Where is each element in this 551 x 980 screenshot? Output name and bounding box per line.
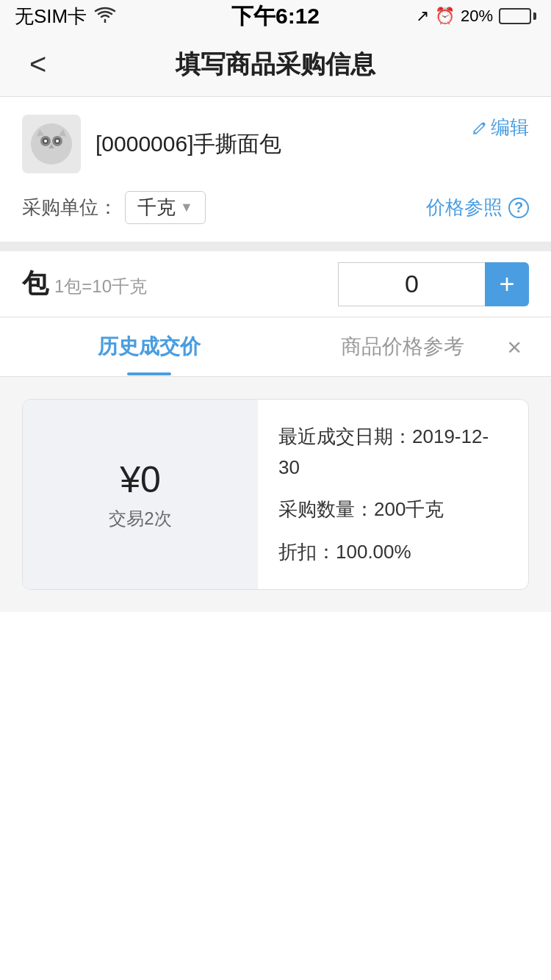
price-reference-button[interactable]: 价格参照 ? (426, 195, 529, 220)
status-bar: 无SIM卡 下午6:12 ↗ ⏰ 20% (0, 0, 551, 32)
alarm-icon: ⏰ (435, 7, 455, 26)
status-left: 无SIM卡 (15, 4, 116, 29)
price-ref-help-icon: ? (508, 198, 529, 218)
unit-value: 千克 (137, 195, 176, 220)
status-right: ↗ ⏰ 20% (416, 7, 536, 26)
history-price: ¥0 (120, 458, 161, 501)
edit-button[interactable]: 编辑 (472, 115, 529, 140)
wifi-icon (94, 5, 116, 28)
product-section: [0000006]手撕面包 编辑 采购单位： 千克 ▼ 价格参照 ? (0, 97, 551, 242)
section-divider (0, 242, 551, 251)
tab-close-button[interactable]: × (500, 325, 529, 369)
purchase-qty-value: 200千克 (374, 498, 444, 520)
tab-product-price[interactable]: 商品价格参考 (276, 318, 529, 375)
recent-date-label: 最近成交日期： (278, 425, 412, 447)
recent-date-row: 最近成交日期：2019-12-30 (278, 422, 508, 483)
product-left: [0000006]手撕面包 (22, 115, 281, 173)
discount-row: 折扣：100.00% (278, 537, 508, 568)
main-content-area (0, 612, 551, 980)
page-title: 填写商品采购信息 (176, 48, 375, 82)
product-name: [0000006]手撕面包 (96, 129, 281, 159)
quantity-controls: 0 + (338, 262, 529, 306)
purchase-unit-label: 采购单位： (22, 195, 118, 220)
quantity-unit-char: 包 (22, 266, 48, 302)
history-card: ¥0 交易2次 最近成交日期：2019-12-30 采购数量：200千克 折扣：… (22, 399, 529, 590)
history-details-section: 最近成交日期：2019-12-30 采购数量：200千克 折扣：100.00% (258, 400, 528, 589)
tab-history-label: 历史成交价 (98, 335, 201, 358)
quantity-conversion: 1包=10千克 (54, 275, 147, 298)
quantity-input[interactable]: 0 (338, 262, 485, 306)
battery-percent: 20% (461, 7, 493, 26)
quantity-label: 包 1包=10千克 (22, 266, 147, 302)
edit-icon (472, 120, 488, 136)
purchase-qty-row: 采购数量：200千克 (278, 494, 508, 525)
status-time: 下午6:12 (231, 1, 320, 32)
plus-icon: + (499, 269, 514, 300)
discount-value: 100.00% (336, 541, 411, 563)
purchase-unit-row: 采购单位： 千克 ▼ 价格参照 ? (22, 191, 529, 224)
svg-point-6 (56, 140, 59, 143)
dropdown-arrow-icon: ▼ (180, 200, 193, 215)
back-button[interactable]: < (22, 40, 54, 88)
sim-label: 无SIM卡 (15, 4, 87, 29)
product-logo-icon (29, 122, 73, 166)
purchase-qty-label: 采购数量： (278, 498, 374, 520)
tab-product-label: 商品价格参考 (341, 335, 464, 358)
edit-label: 编辑 (491, 115, 529, 140)
nav-bar: < 填写商品采购信息 (0, 32, 551, 97)
tab-history-price[interactable]: 历史成交价 (22, 318, 276, 375)
tabs-header: 历史成交价 商品价格参考 × (0, 317, 551, 376)
unit-left: 采购单位： 千克 ▼ (22, 191, 206, 224)
tabs-container: 历史成交价 商品价格参考 × (0, 317, 551, 377)
history-price-section: ¥0 交易2次 (23, 400, 258, 589)
quantity-value: 0 (405, 270, 419, 298)
unit-dropdown[interactable]: 千克 ▼ (125, 191, 206, 224)
svg-point-5 (44, 140, 47, 143)
quantity-section: 包 1包=10千克 0 + (0, 251, 551, 317)
battery-icon (499, 8, 536, 24)
history-content: ¥0 交易2次 最近成交日期：2019-12-30 采购数量：200千克 折扣：… (0, 377, 551, 612)
quantity-plus-button[interactable]: + (485, 262, 529, 306)
product-header-row: [0000006]手撕面包 编辑 (22, 115, 529, 173)
price-ref-label: 价格参照 (426, 195, 503, 220)
discount-label: 折扣： (278, 541, 336, 563)
product-thumbnail (22, 115, 81, 173)
location-icon: ↗ (416, 7, 429, 26)
history-trades: 交易2次 (109, 507, 171, 530)
